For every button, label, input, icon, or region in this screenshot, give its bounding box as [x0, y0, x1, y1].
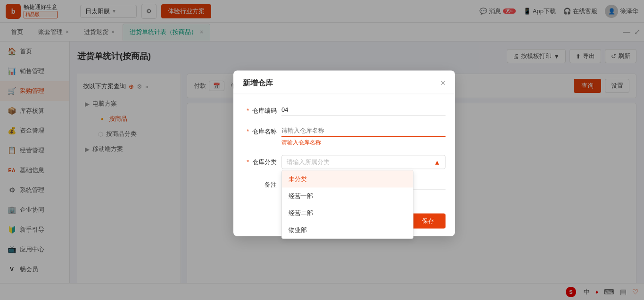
category-dropdown-list: 未分类 经营一部 经营二部 物业部	[281, 170, 413, 239]
dropdown-option-uncategorized[interactable]: 未分类	[282, 171, 413, 188]
category-label: * 仓库分类	[243, 155, 277, 167]
code-required-star: *	[247, 107, 249, 114]
name-label: * 仓库名称	[243, 125, 277, 136]
save-button[interactable]: 保存	[411, 214, 446, 229]
remark-label: 备注	[243, 178, 277, 189]
dialog-body: * 仓库编码 * 仓库名称 请输入仓库名称 * 仓库分类	[233, 94, 455, 208]
category-required-star: *	[247, 158, 249, 166]
dropdown-option-dept1[interactable]: 经营一部	[282, 188, 413, 205]
category-dropdown[interactable]: 请输入所属分类 ▲	[281, 155, 446, 169]
dropdown-option-property[interactable]: 物业部	[282, 222, 413, 239]
new-warehouse-dialog: 新增仓库 × * 仓库编码 * 仓库名称 请输入仓库名称	[233, 71, 455, 236]
name-input[interactable]	[281, 125, 446, 137]
category-field-col: 请输入所属分类 ▲ 未分类 经营一部 经营二部 物业部	[281, 155, 446, 169]
code-label: * 仓库编码	[243, 104, 277, 115]
dialog-close-button[interactable]: ×	[440, 78, 446, 88]
name-field-col: 请输入仓库名称	[281, 125, 446, 147]
code-field-row: * 仓库编码	[243, 104, 446, 116]
dropdown-option-dept2[interactable]: 经营二部	[282, 205, 413, 222]
dialog-header: 新增仓库 ×	[233, 71, 455, 94]
code-field-col	[281, 104, 446, 116]
dialog-title: 新增仓库	[243, 78, 273, 88]
code-input[interactable]	[281, 104, 446, 116]
name-field-row: * 仓库名称 请输入仓库名称	[243, 125, 446, 147]
name-required-star: *	[247, 128, 249, 135]
category-field-row: * 仓库分类 请输入所属分类 ▲ 未分类 经营一部 经营二部 物业部	[243, 155, 446, 169]
category-dropdown-arrow: ▲	[434, 158, 440, 166]
name-error-msg: 请输入仓库名称	[281, 139, 446, 147]
category-placeholder: 请输入所属分类	[287, 158, 330, 167]
